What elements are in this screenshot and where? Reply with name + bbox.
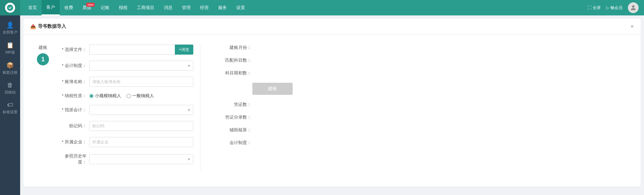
subject-initial-label: 科目期初数： [220, 70, 254, 76]
nav-message[interactable]: 消息 [159, 0, 177, 15]
sidebar-item-label: 0申报 [5, 50, 15, 55]
info-section: 建账月份： 匹配科目数： 科目期初数： 建账 [207, 45, 325, 171]
step-circle: 1 [37, 53, 49, 65]
info-row-subject-initial: 科目期初数： [220, 70, 325, 76]
select-file-label: * 选择文件： [59, 47, 89, 53]
voucher-count-label: 凭证数： [220, 102, 254, 108]
accounting-system-select-wrap: ▼ [89, 61, 193, 71]
vertical-divider [200, 45, 200, 171]
ledger-name-input[interactable] [89, 77, 193, 87]
app-logo [0, 0, 20, 15]
nav-charge[interactable]: 收费 [60, 0, 78, 15]
close-button[interactable]: × [630, 23, 634, 29]
form-row-company: * 所属企业： [59, 137, 193, 147]
sidebar-item-label: 回收站 [5, 90, 16, 95]
radio-small-taxpayer[interactable]: 小规模纳税人 [89, 93, 121, 99]
panel-title: 📤 导爷数据导入 [30, 23, 66, 29]
ledger-name-label: * 账簿名称： [59, 79, 89, 85]
file-input-wrap: +浏览 [89, 45, 193, 55]
voucher-entries-label: 凭证分录数： [220, 114, 254, 120]
info-row-build-btn: 建账 [220, 83, 325, 95]
info-row-voucher-entries: 凭证分录数： [220, 114, 325, 120]
all-customers-icon: 👤 [6, 21, 14, 29]
new-badge: new [86, 3, 95, 7]
nav-invoice[interactable]: 票据 new [78, 0, 96, 15]
nav-tax[interactable]: 报税 [114, 0, 132, 15]
nav-bookkeeping[interactable]: 记账 [96, 0, 114, 15]
file-text-input[interactable] [89, 45, 175, 55]
sidebar: 👤 全部客户 📋 0申报 📦 账套迁移 🗑 回收站 🏷 标签设置 [0, 15, 20, 195]
sidebar-item-label: 账套迁移 [3, 70, 17, 75]
info-row-voucher-count: 凭证数： [220, 102, 325, 108]
form-row-tax-type: * 纳税性质： 小规模纳税人 一般纳税人 [59, 93, 193, 99]
logo-icon [5, 3, 15, 13]
build-month-label: 建账月份： [220, 45, 254, 51]
form-row-memo: 助记码： [59, 121, 193, 131]
step-section: 建账 1 [30, 45, 49, 171]
accountant-select-wrap: ▼ [89, 105, 193, 115]
member-button[interactable]: ▷ 畅会员 [606, 5, 623, 11]
radio-general-taxpayer[interactable]: 一般纳税人 [127, 93, 154, 99]
import-panel: 📤 导爷数据导入 × 建账 1 * 选择文件： [23, 19, 641, 186]
panel-title-icon: 📤 [30, 24, 36, 29]
nav-business[interactable]: 工商项目 [132, 0, 159, 15]
nav-home[interactable]: 首页 [23, 0, 42, 15]
sidebar-item-label: 全部客户 [3, 30, 17, 35]
info-row-accounting-system2: 会计制度： [220, 140, 325, 146]
refer-year-select[interactable] [89, 154, 193, 164]
aux-calc-label: 辅助核算： [220, 127, 254, 133]
form-row-file: * 选择文件： +浏览 [59, 45, 193, 55]
form-row-accounting-system: * 会计制度： ▼ [59, 61, 193, 71]
nav-manage[interactable]: 管理 [177, 0, 195, 15]
nav-customer[interactable]: 客户 [42, 0, 60, 15]
migration-icon: 📦 [6, 62, 14, 69]
refer-year-label: 参照历史年度： [59, 153, 89, 165]
sidebar-item-zero-declaration[interactable]: 📋 0申报 [1, 39, 19, 58]
radio-small-label: 小规模纳税人 [95, 93, 121, 99]
nav-service[interactable]: 服务 [213, 0, 232, 15]
step-label: 建账 [39, 45, 47, 51]
panel-body: 建账 1 * 选择文件： +浏览 * 会计制度： [23, 35, 641, 181]
accounting-system-select[interactable] [89, 61, 193, 71]
company-input[interactable] [89, 137, 193, 147]
info-row-aux-calc: 辅助核算： [220, 127, 325, 133]
play-icon: ▷ [606, 5, 609, 10]
svg-point-1 [632, 5, 634, 8]
sidebar-item-migration[interactable]: 📦 账套迁移 [1, 59, 19, 78]
form-section: * 选择文件： +浏览 * 会计制度： ▼ [59, 45, 193, 171]
memo-input[interactable] [89, 121, 193, 131]
form-row-accountant: * 指派会计： ▼ [59, 105, 193, 115]
info-row-build-month: 建账月份： [220, 45, 325, 51]
accountant-label: * 指派会计： [59, 107, 89, 113]
zero-declaration-icon: 📋 [6, 42, 14, 49]
user-avatar[interactable] [628, 2, 639, 13]
match-subjects-label: 匹配科目数： [220, 57, 254, 63]
form-row-ledger-name: * 账簿名称： [59, 77, 193, 87]
sidebar-item-recycle[interactable]: 🗑 回收站 [1, 79, 19, 97]
browse-button[interactable]: +浏览 [175, 45, 193, 55]
recycle-icon: 🗑 [7, 82, 13, 89]
build-account-button[interactable]: 建账 [252, 83, 293, 95]
fullscreen-button[interactable]: ⛶ 全屏 [587, 5, 601, 11]
tax-type-radio-group: 小规模纳税人 一般纳税人 [89, 93, 154, 99]
main-layout: 👤 全部客户 📋 0申报 📦 账套迁移 🗑 回收站 🏷 标签设置 📤 导爷 [0, 15, 644, 195]
info-row-match-subjects: 匹配科目数： [220, 57, 325, 63]
accounting-system-label: * 会计制度： [59, 63, 89, 69]
accountant-select[interactable] [89, 105, 193, 115]
nav-right-area: ⛶ 全屏 ▷ 畅会员 [587, 2, 644, 13]
main-content: 📤 导爷数据导入 × 建账 1 * 选择文件： [20, 15, 644, 195]
accounting-system2-label: 会计制度： [220, 140, 254, 146]
nav-items: 首页 客户 收费 票据 new 记账 报税 工商项目 消息 管理 经营 服务 设… [20, 0, 587, 15]
tags-icon: 🏷 [7, 102, 13, 109]
top-navigation: 首页 客户 收费 票据 new 记账 报税 工商项目 消息 管理 经营 服务 设… [0, 0, 644, 15]
nav-settings[interactable]: 设置 [232, 0, 250, 15]
fullscreen-icon: ⛶ [587, 5, 591, 10]
sidebar-item-tags[interactable]: 🏷 标签设置 [1, 99, 19, 117]
form-row-refer-year: 参照历史年度： ▼ [59, 153, 193, 165]
nav-operation[interactable]: 经营 [195, 0, 213, 15]
sidebar-item-all-customers[interactable]: 👤 全部客户 [1, 19, 19, 38]
tax-type-label: * 纳税性质： [59, 93, 89, 99]
company-label: * 所属企业： [59, 139, 89, 145]
panel-header: 📤 导爷数据导入 × [23, 19, 641, 35]
memo-label: 助记码： [59, 123, 89, 129]
